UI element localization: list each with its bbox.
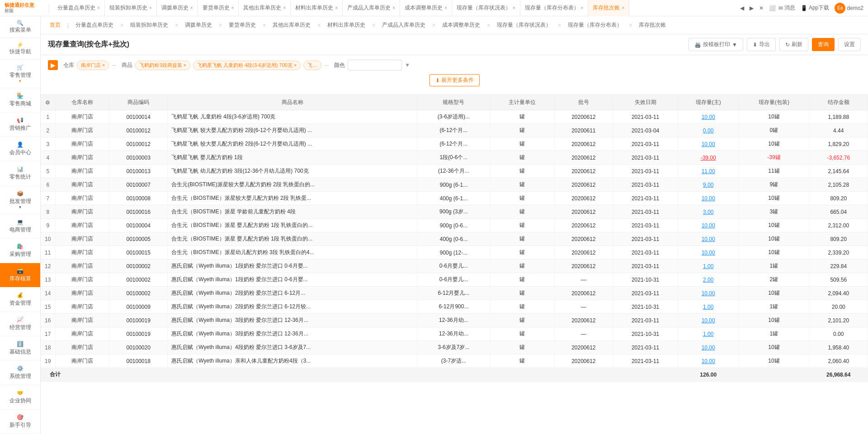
sub-nav-home[interactable]: 首页 (45, 19, 65, 31)
tab-close-xianzun2[interactable]: × (581, 5, 584, 10)
cell-qty-main[interactable]: -39.00 (678, 151, 739, 165)
sidebar-item-corp[interactable]: 🤝 企业协同 (0, 385, 40, 410)
message-btn[interactable]: ✉ 消息 (778, 4, 795, 12)
cell-qty-main[interactable]: 10.00 (678, 232, 739, 246)
color-input[interactable] (348, 60, 402, 71)
tab-close-chengben[interactable]: × (444, 5, 447, 10)
cell-qty-main[interactable]: 9.00 (678, 178, 739, 192)
sidebar-item-finance[interactable]: 💰 资金管理 (0, 288, 40, 312)
sidebar-item-inventory[interactable]: 🗃️ 库存核算 (0, 263, 40, 288)
tab-chengben[interactable]: 成本调整单历史× (400, 0, 452, 16)
template-print-btn[interactable]: 🖨️ 按模板打印 ▼ (689, 38, 743, 51)
cell-qty-main[interactable]: 10.00 (678, 314, 739, 327)
tab-close-xianzun1[interactable]: × (513, 5, 515, 10)
export-btn[interactable]: ⬇ 导出 (747, 38, 776, 51)
sidebar-item-ecom[interactable]: 💻 电商管理 (0, 214, 40, 239)
table-container[interactable]: ⚙ 仓库名称 商品编码 商品名称 规格型号 主计量单位 批号 失效日期 现存量(… (41, 95, 868, 434)
product-tag-1-close[interactable]: × (294, 62, 297, 68)
cell-qty-main[interactable]: 2.00 (678, 273, 739, 287)
cell-batch: 20200612 (554, 205, 613, 219)
cell-qty-main[interactable]: 10.00 (678, 246, 739, 259)
cell-qty-main[interactable]: 1.00 (678, 300, 739, 314)
tab-nav-prev[interactable]: ◀ (737, 0, 747, 16)
cell-qty-main[interactable]: 10.00 (678, 219, 739, 232)
cell-qty-main[interactable]: 10.00 (678, 341, 739, 354)
sub-nav-xianzun2[interactable]: 现存量（库存分布表） (563, 19, 627, 31)
tab-close-zuhe[interactable]: × (149, 5, 152, 10)
tab-qita[interactable]: 其他出库单历史× (239, 0, 291, 16)
product-ellipsis[interactable]: ··· (324, 62, 329, 68)
cell-qty-main[interactable]: 0.00 (678, 124, 739, 137)
cell-qty-main[interactable]: 1.00 (678, 259, 739, 273)
cell-qty-main[interactable]: 10.00 (678, 192, 739, 205)
product-tag-0-close[interactable]: × (184, 62, 186, 68)
tab-yaohuo[interactable]: 要货单历史× (198, 0, 239, 16)
sub-nav-yaohuo[interactable]: 要货单历史 (224, 19, 260, 31)
cell-qty-main[interactable]: 1.00 (678, 327, 739, 341)
sub-nav-chanpin[interactable]: 产成品入库单历史 (377, 19, 430, 31)
tab-close-pizhici[interactable]: × (622, 5, 624, 10)
sidebar-item-operation[interactable]: 📈 经营管理 (0, 312, 40, 336)
sub-nav-fenpan[interactable]: 分量盘点单历史 (71, 19, 118, 31)
sidebar-item-quick[interactable]: ⚡ 快捷导航 (0, 38, 40, 60)
sub-nav-tiaopo[interactable]: 调拨单历史 (180, 19, 217, 31)
cell-qty-main[interactable]: 10.00 (678, 287, 739, 300)
tab-fenpan[interactable]: 分量盘点单历史× (53, 0, 105, 16)
tab-close-all[interactable]: ✕ (756, 0, 766, 16)
settings-btn[interactable]: 设置 (838, 38, 861, 51)
sidebar-item-stats[interactable]: 📊 零售统计 (0, 161, 40, 186)
cell-qty-main[interactable]: 10.00 (678, 354, 739, 368)
tab-xianzun2[interactable]: 现存量（库存分布表）× (520, 0, 589, 16)
user-avatar[interactable]: Ea demo2 (835, 3, 863, 14)
tab-close-fenpan[interactable]: × (97, 5, 100, 10)
tab-close-yaohuo[interactable]: × (231, 5, 234, 10)
sidebar-item-basic[interactable]: ℹ️ 基础信息 (0, 336, 40, 361)
cell-qty-main[interactable]: 10.00 (678, 110, 739, 124)
sidebar-item-purchase[interactable]: 🛍️ 采购管理 (0, 239, 40, 263)
sub-nav-cailiao[interactable]: 材料出库单历史 (323, 19, 370, 31)
sidebar-item-search[interactable]: 🔍 搜索菜单 (0, 16, 40, 38)
warehouse-tag[interactable]: 南岸门店 × (77, 61, 109, 70)
tab-close-tiaopo[interactable]: × (190, 5, 193, 10)
tab-nav-next[interactable]: ▶ (747, 0, 756, 16)
query-btn[interactable]: 查询 (812, 38, 835, 51)
cell-qty-main[interactable]: 3.00 (678, 205, 739, 219)
sub-nav-qita[interactable]: 其他出库单历史 (268, 19, 315, 31)
sidebar-item-mall[interactable]: 🏪 零售商城 (0, 88, 40, 113)
refresh-btn[interactable]: ↻ 刷新 (779, 38, 808, 51)
sidebar-item-batch[interactable]: 📦 批发管理 ▼ (0, 186, 40, 214)
warehouse-ellipsis[interactable]: ··· (112, 62, 116, 68)
sub-nav-zuhe[interactable]: 组装拆卸单历史 (126, 19, 173, 31)
search-expand-btn[interactable]: ▶ (48, 60, 58, 70)
sidebar-item-system[interactable]: ⚙️ 系统管理 (0, 361, 40, 385)
tab-tiaopo[interactable]: 调拨单历史× (157, 0, 198, 16)
sidebar-item-retail[interactable]: 🛒 零售管理 ▼ (0, 60, 40, 88)
sidebar-item-market[interactable]: 📢 营销推广 (0, 113, 40, 137)
tab-chanpin[interactable]: 产成品入库单历史× (343, 0, 400, 16)
tab-close-cailiao[interactable]: × (335, 5, 338, 10)
product-tag-1[interactable]: 飞鹤星飞帆 儿童奶粉 4段(3-6岁适用) 700克 × (193, 61, 301, 70)
tab-pizhici[interactable]: 库存批次账× (588, 0, 629, 16)
sub-nav-chengben[interactable]: 成本调整单历史 (438, 19, 485, 31)
expand-conditions-btn[interactable]: ⬇ 展开更多条件 (429, 74, 480, 86)
cell-spec: 6-12月婴儿... (417, 287, 490, 300)
color-dropdown-icon[interactable]: ▼ (405, 62, 410, 68)
product-tag-0[interactable]: 飞鹤奶粉3段两提装 × (135, 61, 190, 70)
tab-xianzun1[interactable]: 现存量（库存状况表）× (452, 0, 520, 16)
cell-qty-main[interactable]: 10.00 (678, 137, 739, 151)
sidebar-item-member[interactable]: 👤 会员中心 (0, 137, 40, 161)
tab-maximize[interactable]: ⬜ (766, 0, 778, 16)
tab-zuhe[interactable]: 组装拆卸单历史× (105, 0, 157, 16)
cell-qty-main[interactable]: 11.00 (678, 165, 739, 178)
col-setting[interactable]: ⚙ (41, 95, 55, 110)
product-tag-more[interactable]: 飞… (303, 61, 321, 70)
sub-nav-pizhici[interactable]: 库存批次账 (634, 19, 670, 31)
app-download-btn[interactable]: 📱 App下载 (801, 4, 829, 12)
table-row: 4 南岸门店 00100003 飞鹤星飞帆 婴儿配方奶粉 1段 1段(0-6个.… (41, 151, 868, 165)
tab-cailiao[interactable]: 材料出库单历史× (291, 0, 343, 16)
sub-nav-xianzun1[interactable]: 现存量（库存状况表） (492, 19, 556, 31)
tab-close-chanpin[interactable]: × (392, 5, 395, 10)
warehouse-tag-close[interactable]: × (102, 62, 105, 68)
sidebar-item-newguide[interactable]: 🎯 新手引导 (0, 410, 40, 434)
tab-close-qita[interactable]: × (283, 5, 286, 10)
